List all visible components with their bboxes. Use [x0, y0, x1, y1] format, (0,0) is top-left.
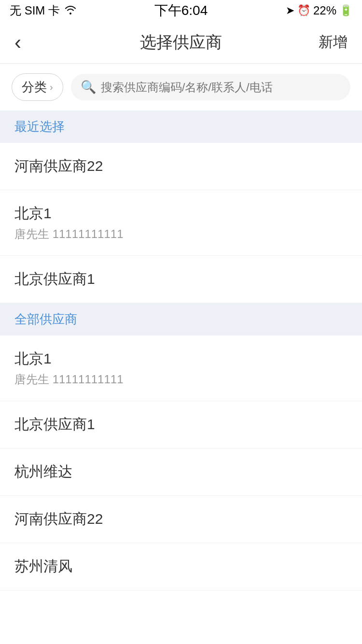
item-name: 河南供应商22: [14, 509, 348, 529]
category-label: 分类: [22, 79, 47, 96]
location-icon: ➤: [286, 4, 294, 17]
search-input-wrapper: 🔍: [71, 74, 350, 100]
wifi-icon: [64, 4, 77, 17]
recent-items-list: 河南供应商22北京1唐先生 11111111111北京供应商1: [0, 143, 362, 303]
list-item[interactable]: 河南供应商22: [0, 143, 362, 190]
status-right: ➤ ⏰ 22% 🔋: [286, 4, 352, 17]
nav-bar: ‹ 选择供应商 新增: [0, 21, 362, 64]
list-item[interactable]: 苏州清风: [0, 543, 362, 590]
battery-icon: 🔋: [339, 4, 352, 17]
all-section-header: 全部供应商: [0, 303, 362, 336]
item-sub: 唐先生 11111111111: [14, 372, 348, 387]
status-time: 下午6:04: [154, 1, 208, 20]
chevron-right-icon: ›: [50, 82, 53, 93]
list-item[interactable]: 杭州维达: [0, 448, 362, 496]
item-name: 北京供应商1: [14, 415, 348, 434]
list-item[interactable]: 北京1唐先生 11111111111: [0, 336, 362, 401]
item-name: 河南供应商22: [14, 156, 348, 176]
item-name: 北京1: [14, 349, 348, 369]
category-button[interactable]: 分类 ›: [12, 73, 63, 101]
list-item[interactable]: 河南供应商22: [0, 496, 362, 543]
item-name: 苏州清风: [14, 557, 348, 576]
item-name: 北京1: [14, 204, 348, 224]
page-title: 选择供应商: [43, 31, 319, 54]
recent-section-header: 最近选择: [0, 111, 362, 143]
status-left: 无 SIM 卡: [10, 3, 77, 18]
search-icon: 🔍: [81, 80, 96, 95]
list-item[interactable]: 北京1唐先生 11111111111: [0, 190, 362, 256]
search-input[interactable]: [101, 81, 341, 94]
add-button[interactable]: 新增: [319, 32, 348, 52]
back-button[interactable]: ‹: [14, 31, 43, 54]
list-item[interactable]: 北京供应商1: [0, 256, 362, 303]
list-item[interactable]: 北京供应商1: [0, 401, 362, 448]
search-bar: 分类 › 🔍: [0, 64, 362, 111]
battery-text: 22%: [313, 4, 336, 17]
carrier-text: 无 SIM 卡: [10, 3, 60, 18]
status-bar: 无 SIM 卡 下午6:04 ➤ ⏰ 22% 🔋: [0, 0, 362, 21]
alarm-icon: ⏰: [297, 4, 310, 17]
item-name: 北京供应商1: [14, 269, 348, 289]
item-name: 杭州维达: [14, 462, 348, 482]
item-sub: 唐先生 11111111111: [14, 226, 348, 242]
all-items-list: 北京1唐先生 11111111111北京供应商1杭州维达河南供应商22苏州清风: [0, 336, 362, 590]
